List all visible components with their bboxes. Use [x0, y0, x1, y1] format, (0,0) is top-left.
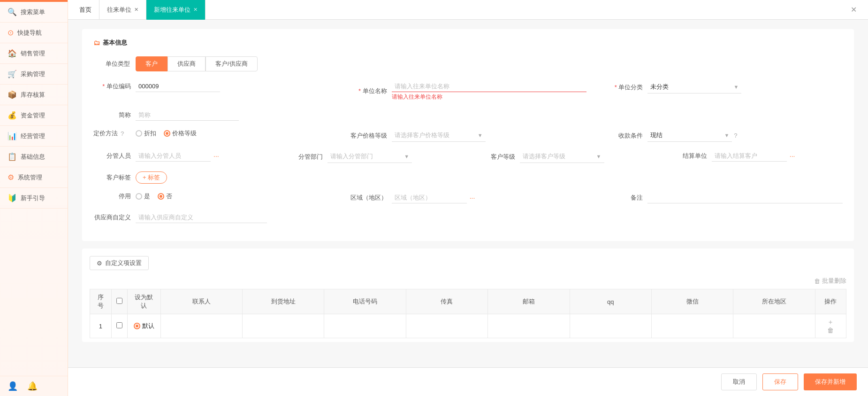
settlement-input[interactable] [712, 150, 787, 162]
wechat-input[interactable] [656, 323, 728, 330]
region-label: 区域（地区） [350, 194, 392, 202]
cell-fax[interactable] [406, 314, 487, 338]
contact-input[interactable] [166, 323, 237, 330]
row-delete-btn[interactable]: 🗑 [825, 326, 836, 334]
tab-counterparts-close[interactable]: ✕ [134, 7, 138, 13]
tab-new-counterpart[interactable]: 新增往来单位 ✕ [146, 0, 206, 20]
sidebar-item-guide[interactable]: 🔰 新手引导 [0, 188, 68, 209]
short-name-input[interactable] [136, 109, 239, 121]
sales-icon: 🏠 [8, 49, 17, 58]
fax-input[interactable] [411, 323, 483, 330]
form-row-7: 供应商自定义 [93, 212, 843, 223]
system-icon: ⚙ [8, 173, 14, 182]
sidebar-item-quick-nav[interactable]: ⊙ 快捷导航 [0, 23, 68, 43]
cell-location[interactable] [733, 314, 815, 338]
tab-new-counterpart-label: 新增往来单位 [154, 6, 190, 14]
tab-home[interactable]: 首页 [72, 0, 99, 20]
col-email: 邮箱 [488, 289, 570, 314]
address-input[interactable] [247, 323, 319, 330]
form-group-unit-code: 单位编码 [93, 81, 331, 92]
phone-input[interactable] [329, 323, 401, 330]
cell-qq[interactable] [570, 314, 651, 338]
tab-counterparts[interactable]: 往来单位 ✕ [99, 0, 146, 20]
contact-table-section: ⚙ 自定义项设置 🗑 批量删除 序号 设为默认 联系人 到货地址 [82, 248, 854, 342]
form-group-department: 分管部门 请输入分管部门 ▼ [285, 150, 458, 163]
manager-input[interactable] [136, 150, 211, 162]
sidebar-user-icon[interactable]: 👤 [8, 381, 18, 391]
col-default: 设为默认 [127, 289, 160, 314]
customer-level-placeholder: 请选择客户等级 [523, 152, 565, 161]
sidebar-item-operations[interactable]: 📊 经营管理 [0, 126, 68, 147]
sidebar-item-inventory[interactable]: 📦 库存核算 [0, 85, 68, 105]
sidebar-item-system[interactable]: ⚙ 系统管理 [0, 167, 68, 188]
col-no: 序号 [90, 289, 112, 314]
sidebar-item-search[interactable]: 🔍 搜索菜单 [0, 2, 68, 23]
radio-circle-level [164, 130, 170, 137]
pricing-radio-level[interactable]: 价格等级 [164, 129, 197, 138]
save-and-new-button[interactable]: 保存并新增 [804, 373, 857, 390]
cell-email[interactable] [488, 314, 570, 338]
sidebar-item-sales[interactable]: 🏠 销售管理 [0, 43, 68, 64]
unit-btn-supplier[interactable]: 供应商 [168, 56, 206, 71]
manager-dots-btn[interactable]: ··· [211, 152, 222, 160]
sidebar-item-purchase[interactable]: 🛒 采购管理 [0, 64, 68, 85]
batch-delete-btn[interactable]: 🗑 批量删除 [814, 277, 846, 285]
disabled-label-yes: 是 [144, 192, 150, 201]
region-dots-btn[interactable]: ··· [467, 194, 478, 202]
disabled-radio-no[interactable]: 否 [158, 192, 172, 201]
unit-name-input[interactable] [392, 81, 587, 92]
customer-level-select[interactable]: 请选择客户等级 ▼ [520, 150, 604, 163]
sidebar-item-label-quick-nav: 快捷导航 [17, 29, 42, 37]
tab-bar-close[interactable]: ✕ [843, 5, 864, 14]
select-all-checkbox[interactable] [116, 298, 122, 304]
short-name-label: 简称 [93, 111, 136, 119]
form-row-4: 分管人员 ··· 分管部门 请输入分管部门 ▼ 客户等级 请选择客户等级 [93, 150, 843, 163]
search-icon: 🔍 [8, 8, 17, 16]
sidebar-item-finance[interactable]: 💰 资金管理 [0, 105, 68, 126]
row-add-btn[interactable]: ＋ [825, 318, 836, 326]
save-button[interactable]: 保存 [762, 373, 798, 390]
payment-help-icon[interactable]: ? [734, 132, 737, 139]
unit-btn-both[interactable]: 客户/供应商 [206, 56, 258, 71]
settlement-dots-btn[interactable]: ··· [787, 152, 798, 160]
sidebar-item-basic[interactable]: 📋 基础信息 [0, 147, 68, 167]
cell-contact[interactable] [160, 314, 242, 338]
bottom-bar: 取消 保存 保存并新增 [68, 367, 868, 396]
custom-settings-label: 自定义项设置 [105, 259, 142, 267]
supplier-custom-label: 供应商自定义 [93, 213, 136, 222]
cell-phone[interactable] [324, 314, 406, 338]
col-fax: 传真 [406, 289, 487, 314]
pricing-radio-discount[interactable]: 折扣 [136, 129, 156, 138]
disabled-radio-yes[interactable]: 是 [136, 192, 150, 201]
sidebar-item-label-basic: 基础信息 [21, 153, 45, 161]
custom-settings-button[interactable]: ⚙ 自定义项设置 [90, 256, 149, 270]
qq-input[interactable] [575, 323, 647, 330]
unit-btn-customer[interactable]: 客户 [136, 56, 168, 71]
default-radio[interactable] [134, 323, 140, 329]
tab-new-counterpart-close[interactable]: ✕ [193, 7, 198, 13]
add-tag-button[interactable]: + 标签 [136, 171, 167, 184]
cell-address[interactable] [243, 314, 324, 338]
disabled-radio-group: 是 否 [136, 192, 172, 201]
batch-delete-label: 批量删除 [822, 277, 846, 285]
col-contact: 联系人 [160, 289, 242, 314]
price-level-select[interactable]: 请选择客户价格等级 ▼ [392, 129, 486, 142]
section-title-basic: 🗂 基本信息 [93, 39, 843, 47]
department-select[interactable]: 请输入分管部门 ▼ [327, 150, 412, 163]
supplier-custom-input[interactable] [136, 212, 267, 223]
unit-code-input[interactable] [136, 81, 220, 92]
pricing-radio-group: 折扣 价格等级 [136, 129, 197, 138]
sidebar-item-label-operations: 经营管理 [21, 132, 45, 140]
sidebar-bell-icon[interactable]: 🔔 [27, 381, 38, 391]
unit-category-select[interactable]: 未分类 ▼ [647, 81, 741, 93]
payment-terms-select[interactable]: 现结 ▼ [647, 129, 732, 142]
row-checkbox[interactable] [116, 322, 122, 328]
location-input[interactable] [738, 323, 810, 330]
email-input[interactable] [493, 323, 564, 330]
pricing-help-icon[interactable]: ? [121, 130, 124, 137]
cancel-button[interactable]: 取消 [721, 373, 757, 390]
region-input[interactable] [392, 192, 467, 203]
cell-wechat[interactable] [651, 314, 733, 338]
cell-checkbox[interactable] [111, 314, 127, 338]
remark-input[interactable] [647, 192, 843, 203]
